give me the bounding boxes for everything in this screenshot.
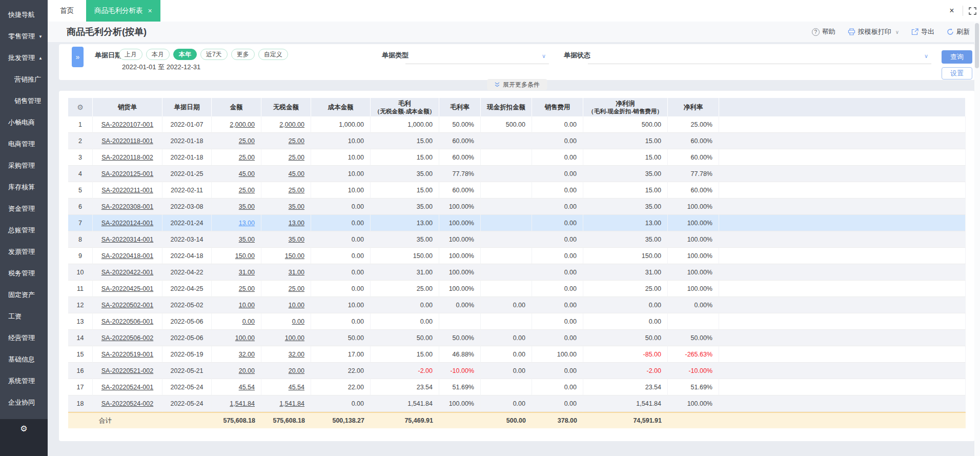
table-row[interactable]: 2SA-20220118-0012022-01-1825.0025.0010.0… xyxy=(68,133,966,149)
tax_free-link[interactable]: 35.00 xyxy=(289,236,304,243)
export-button[interactable]: 导出 xyxy=(911,27,934,36)
table-row[interactable]: 6SA-20220308-0012022-03-0835.0035.000.00… xyxy=(68,199,966,215)
order-link[interactable]: SA-20220418-001 xyxy=(101,252,153,260)
table-row[interactable]: 14SA-20220506-0022022-05-06100.00100.005… xyxy=(68,330,966,346)
amount-link[interactable]: 10.00 xyxy=(239,302,255,309)
table-row[interactable]: 16SA-20220521-0022022-05-2120.0020.0022.… xyxy=(68,363,966,379)
sidebar-item[interactable]: 快捷导航 xyxy=(0,4,48,26)
amount-link[interactable]: 2,000.00 xyxy=(230,121,255,128)
amount-link[interactable]: 31.00 xyxy=(239,269,255,276)
tax_free-link[interactable]: 45.00 xyxy=(289,170,304,177)
refresh-button[interactable]: 刷新 xyxy=(947,27,970,36)
table-row[interactable]: 17SA-20220524-0012022-05-2445.5445.5422.… xyxy=(68,379,966,395)
tax_free-link[interactable]: 20.00 xyxy=(289,367,304,374)
tax_free-link[interactable]: 25.00 xyxy=(289,285,304,292)
table-row[interactable]: 11SA-20220425-0012022-04-2525.0025.000.0… xyxy=(68,281,966,297)
amount-link[interactable]: 32.00 xyxy=(239,351,255,358)
order-link[interactable]: SA-20220521-002 xyxy=(101,367,153,374)
order-link[interactable]: SA-20220118-001 xyxy=(101,137,153,145)
vertical-scrollbar[interactable] xyxy=(974,22,980,456)
amount-link[interactable]: 35.00 xyxy=(239,236,255,243)
order-link[interactable]: SA-20220314-001 xyxy=(101,236,153,243)
sidebar-item[interactable]: 企业协同 xyxy=(0,392,48,413)
tax_free-link[interactable]: 150.00 xyxy=(285,252,304,260)
tab-gross-profit-report[interactable]: 商品毛利分析表 × xyxy=(86,0,160,22)
tax_free-link[interactable]: 1,541.84 xyxy=(279,400,304,407)
close-icon[interactable]: × xyxy=(947,6,957,15)
doc-type-select[interactable]: ∨ xyxy=(405,47,549,64)
sidebar-item[interactable]: 发票管理 xyxy=(0,241,48,263)
table-row[interactable]: 12SA-20220502-0012022-05-0210.0010.0010.… xyxy=(68,297,966,313)
table-row[interactable]: 8SA-20220314-0012022-03-1435.0035.000.00… xyxy=(68,231,966,248)
order-link[interactable]: SA-20220524-002 xyxy=(101,400,153,407)
tax_free-link[interactable]: 35.00 xyxy=(289,203,304,210)
amount-link[interactable]: 25.00 xyxy=(239,285,255,292)
order-link[interactable]: SA-20220506-002 xyxy=(101,334,153,342)
date-preset-pill[interactable]: 本月 xyxy=(146,49,170,60)
fullscreen-icon[interactable] xyxy=(969,7,979,15)
amount-link[interactable]: 25.00 xyxy=(239,187,255,194)
order-link[interactable]: SA-20220124-001 xyxy=(101,220,153,227)
amount-link[interactable]: 45.54 xyxy=(239,384,255,391)
amount-link[interactable]: 25.00 xyxy=(239,137,255,145)
table-row[interactable]: 9SA-20220418-0012022-04-18150.00150.000.… xyxy=(68,248,966,264)
sidebar-item[interactable]: 税务管理 xyxy=(0,263,48,284)
amount-link[interactable]: 25.00 xyxy=(239,154,255,161)
sidebar-item[interactable]: 资金管理 xyxy=(0,198,48,220)
tax_free-link[interactable]: 100.00 xyxy=(285,334,304,342)
table-row[interactable]: 4SA-20220125-0012022-01-2545.0045.0010.0… xyxy=(68,166,966,182)
order-link[interactable]: SA-20220308-001 xyxy=(101,203,153,210)
order-link[interactable]: SA-20220211-001 xyxy=(101,187,153,194)
sidebar-item[interactable]: 批发管理▲ xyxy=(0,47,48,69)
help-button[interactable]: ? 帮助 xyxy=(812,27,835,36)
settings-button[interactable]: 设置 xyxy=(942,67,972,80)
sidebar-item[interactable]: 系统管理 xyxy=(0,370,48,392)
order-link[interactable]: SA-20220425-001 xyxy=(101,285,153,292)
doc-status-select[interactable]: ∨ xyxy=(588,47,931,64)
table-row[interactable]: 18SA-20220524-0022022-05-241,541.841,541… xyxy=(68,395,966,412)
table-row[interactable]: 15SA-20220519-0012022-05-1932.0032.0017.… xyxy=(68,346,966,363)
tax_free-link[interactable]: 10.00 xyxy=(289,302,304,309)
date-preset-pill[interactable]: 更多 xyxy=(231,49,255,60)
amount-link[interactable]: 13.00 xyxy=(239,220,255,227)
sidebar-item[interactable]: 总账管理 xyxy=(0,220,48,241)
order-link[interactable]: SA-20220125-001 xyxy=(101,170,153,177)
column-settings-gear-icon[interactable]: ⚙ xyxy=(77,103,84,111)
order-link[interactable]: SA-20220524-001 xyxy=(101,384,153,391)
sidebar-item[interactable]: 电商管理 xyxy=(0,133,48,155)
table-row[interactable]: 1SA-20220107-0012022-01-072,000.002,000.… xyxy=(68,116,966,133)
sidebar-item[interactable]: 库存核算 xyxy=(0,176,48,198)
sidebar-item[interactable]: 固定资产 xyxy=(0,284,48,306)
sidebar-item[interactable]: 营销推广 xyxy=(0,69,48,90)
chevron-down-icon[interactable]: ∨ xyxy=(895,29,899,35)
tax_free-link[interactable]: 13.00 xyxy=(289,220,304,227)
order-link[interactable]: SA-20220506-001 xyxy=(101,318,153,325)
table-row[interactable]: 3SA-20220118-0022022-01-1825.0025.0010.0… xyxy=(68,149,966,166)
order-link[interactable]: SA-20220422-001 xyxy=(101,269,153,276)
amount-link[interactable]: 100.00 xyxy=(235,334,255,342)
order-link[interactable]: SA-20220519-001 xyxy=(101,351,153,358)
amount-link[interactable]: 0.00 xyxy=(242,318,255,325)
amount-link[interactable]: 20.00 xyxy=(239,367,255,374)
order-link[interactable]: SA-20220118-002 xyxy=(101,154,153,161)
date-preset-pill[interactable]: 自定义 xyxy=(258,49,288,60)
date-preset-pill[interactable]: 上月 xyxy=(119,49,142,60)
sidebar-item[interactable]: 销售管理 xyxy=(0,90,48,112)
expand-more-conditions-button[interactable]: 展开更多条件 xyxy=(487,79,547,90)
tax_free-link[interactable]: 32.00 xyxy=(289,351,304,358)
tax_free-link[interactable]: 2,000.00 xyxy=(279,121,304,128)
table-row[interactable]: 5SA-20220211-0012022-02-1125.0025.0010.0… xyxy=(68,182,966,199)
settings-gear-icon[interactable]: ⚙ xyxy=(20,424,27,433)
date-preset-pill[interactable]: 近7天 xyxy=(200,49,228,60)
order-link[interactable]: SA-20220107-001 xyxy=(101,121,153,128)
amount-link[interactable]: 1,541.84 xyxy=(230,400,255,407)
tax_free-link[interactable]: 25.00 xyxy=(289,154,304,161)
amount-link[interactable]: 150.00 xyxy=(235,252,255,260)
date-preset-pill[interactable]: 本年 xyxy=(173,49,197,60)
order-link[interactable]: SA-20220502-001 xyxy=(101,302,153,309)
table-row[interactable]: 13SA-20220506-0012022-05-060.000.000.000… xyxy=(68,313,966,330)
tab-home[interactable]: 首页 xyxy=(48,0,86,22)
sidebar-item[interactable]: 基础信息 xyxy=(0,349,48,370)
sidebar-item[interactable]: 零售管理▼ xyxy=(0,26,48,47)
sidebar-item[interactable]: 采购管理 xyxy=(0,155,48,176)
